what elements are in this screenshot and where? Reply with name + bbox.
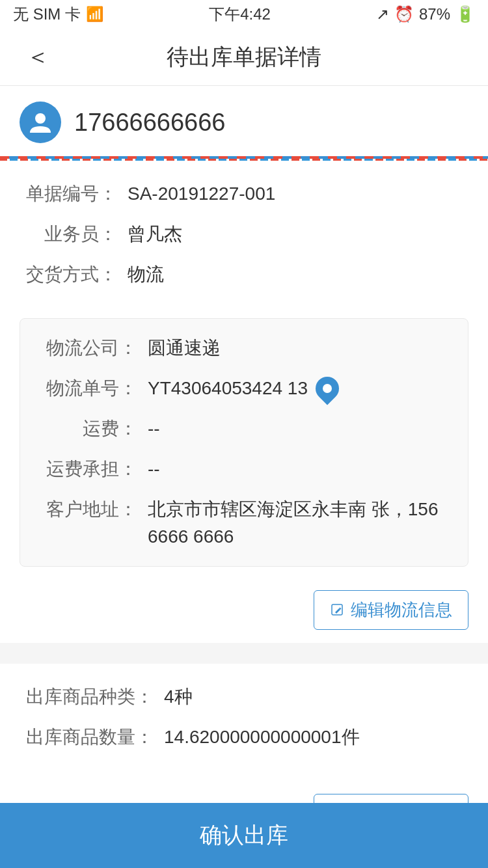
customer-phone: 17666666666 [74,109,225,137]
battery-text: 87% [419,5,450,23]
battery-icon: 🔋 [455,5,475,23]
salesman-row: 业务员： 曾凡杰 [26,221,462,248]
product-types-label: 出库商品种类： [26,683,154,711]
edit-logistics-button[interactable]: 编辑物流信息 [314,590,468,630]
svg-point-0 [35,113,46,124]
logistics-card: 物流公司： 圆通速递 物流单号： YT43064053424 13 运费： --… [20,318,468,567]
product-quantity-value: 14.620000000000001件 [154,724,462,751]
logistics-address-label: 客户地址： [40,496,137,523]
confirm-button[interactable]: 确认出库 [0,821,488,850]
order-number-row: 单据编号： SA-20191227-001 [26,180,462,208]
avatar-icon [27,109,53,135]
back-button[interactable]: ＜ [20,34,56,79]
status-bar-left: 无 SIM 卡 📶 [13,4,103,25]
alarm-icon: ⏰ [394,5,414,23]
logistics-freight-bearer-label: 运费承担： [40,455,137,483]
page-title: 待出库单据详情 [167,42,321,72]
order-number-value: SA-20191227-001 [117,180,462,208]
logistics-address-row: 客户地址： 北京市市辖区海淀区永丰南 张，156 6666 6666 [40,496,448,550]
logistics-freight-value: -- [137,415,448,442]
delivery-method-value: 物流 [117,261,462,288]
logistics-tracking-value: YT43064053424 13 [137,375,448,402]
logistics-freight-bearer-row: 运费承担： -- [40,455,448,483]
delivery-method-row: 交货方式： 物流 [26,261,462,288]
logistics-freight-bearer-value: -- [137,455,448,483]
delivery-method-label: 交货方式： [26,261,117,288]
logistics-company-label: 物流公司： [40,334,137,362]
logistics-tracking-label: 物流单号： [40,375,137,402]
order-number-label: 单据编号： [26,180,117,208]
bottom-bar: 确认出库 [0,803,488,868]
status-time: 下午4:42 [209,4,271,25]
logistics-freight-row: 运费： -- [40,415,448,442]
customer-header: 17666666666 [0,86,488,161]
carrier-text: 无 SIM 卡 [13,4,81,25]
edit-icon [330,603,346,618]
svg-rect-1 [332,604,342,615]
product-types-row: 出库商品种类： 4种 [26,683,462,711]
order-info-section: 单据编号： SA-20191227-001 业务员： 曾凡杰 交货方式： 物流 … [0,161,488,643]
logistics-tracking-row: 物流单号： YT43064053424 13 [40,375,448,402]
product-quantity-row: 出库商品数量： 14.620000000000001件 [26,724,462,751]
status-bar: 无 SIM 卡 📶 下午4:42 ↗ ⏰ 87% 🔋 [0,0,488,29]
edit-logistics-label: 编辑物流信息 [351,599,452,621]
product-quantity-label: 出库商品数量： [26,724,154,751]
status-bar-right: ↗ ⏰ 87% 🔋 [376,5,475,23]
logistics-company-value: 圆通速递 [137,334,448,362]
location-icon: ↗ [376,5,389,23]
order-info: 单据编号： SA-20191227-001 业务员： 曾凡杰 交货方式： 物流 [0,161,488,308]
product-types-value: 4种 [154,683,462,711]
nav-bar: ＜ 待出库单据详情 [0,29,488,86]
edit-logistics-container: 编辑物流信息 [0,577,488,643]
salesman-value: 曾凡杰 [117,221,462,248]
summary-section: 出库商品种类： 4种 出库商品数量： 14.620000000000001件 [0,664,488,770]
section-divider [0,653,488,664]
avatar [20,102,61,143]
logistics-address-value: 北京市市辖区海淀区永丰南 张，156 6666 6666 [137,496,448,550]
logistics-company-row: 物流公司： 圆通速递 [40,334,448,362]
wifi-icon: 📶 [86,6,103,23]
logistics-freight-label: 运费： [40,415,137,442]
salesman-label: 业务员： [26,221,117,248]
location-pin-icon[interactable] [311,372,344,405]
